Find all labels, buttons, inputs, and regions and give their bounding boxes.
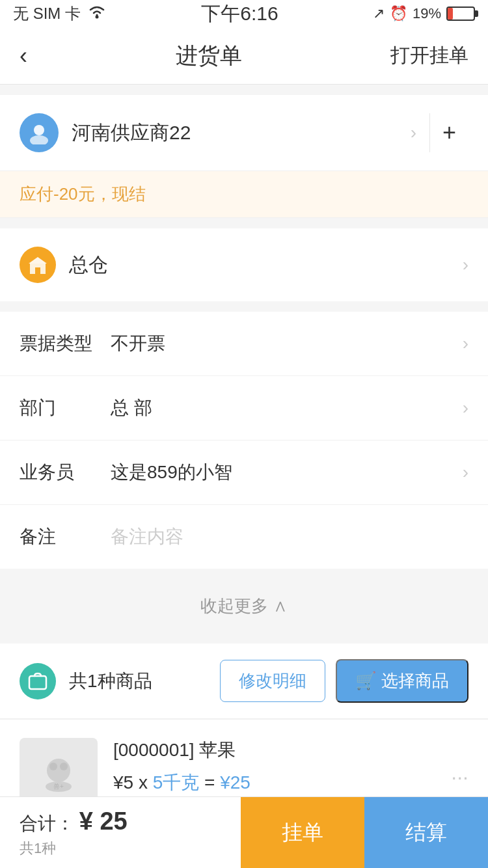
product-equals: = — [204, 772, 220, 793]
total-count: 共1种 — [20, 839, 221, 858]
open-pending-button[interactable]: 打开挂单 — [390, 42, 468, 69]
status-bar: 无 SIM 卡 下午6:16 ↗ ⏰ 19% — [0, 0, 488, 27]
product-code: [0000001] — [113, 740, 195, 760]
total-row: 合计： ¥ 25 — [20, 807, 221, 836]
dept-chevron-icon: › — [463, 398, 468, 418]
carrier-label: 无 SIM 卡 — [13, 3, 81, 24]
warehouse-section: 总仓 › — [0, 228, 488, 301]
product-title: 苹果 — [199, 740, 236, 760]
product-name: [0000001] 苹果 — [113, 738, 451, 763]
edit-details-button[interactable]: 修改明细 — [220, 660, 325, 702]
supplier-avatar — [20, 113, 59, 152]
supplier-chevron-icon: › — [411, 122, 416, 143]
checkout-button[interactable]: 结算 — [364, 797, 488, 869]
svg-text:兽+: 兽+ — [53, 783, 64, 790]
nav-bar: ‹ 进货单 打开挂单 — [0, 27, 488, 85]
product-multiplier: x — [139, 772, 153, 793]
warehouse-row[interactable]: 总仓 › — [0, 228, 488, 301]
total-amount: ¥ 25 — [79, 807, 128, 835]
svg-point-0 — [96, 16, 99, 19]
battery-percent: 19% — [413, 5, 441, 22]
product-price: ¥5 x 5千克 = ¥25 — [113, 770, 451, 795]
select-product-button[interactable]: 🛒 选择商品 — [336, 659, 468, 703]
sales-label: 业务员 — [20, 460, 111, 485]
collapse-bar[interactable]: 收起更多 ∧ — [0, 579, 488, 633]
svg-point-7 — [47, 759, 70, 782]
remark-row[interactable]: 备注 备注内容 — [0, 505, 488, 569]
product-unit-price: ¥5 — [113, 772, 133, 793]
hold-button[interactable]: 挂单 — [241, 797, 364, 869]
status-left: 无 SIM 卡 — [13, 3, 107, 24]
sales-value: 这是859的小智 — [111, 460, 463, 485]
sales-chevron-icon: › — [463, 462, 468, 483]
location-icon: ↗ — [373, 5, 385, 22]
invoice-value: 不开票 — [111, 331, 463, 356]
svg-point-8 — [49, 763, 57, 770]
warehouse-chevron-icon: › — [463, 254, 468, 275]
sales-row[interactable]: 业务员 这是859的小智 › — [0, 441, 488, 505]
status-right: ↗ ⏰ 19% — [373, 5, 475, 22]
svg-point-1 — [34, 125, 44, 135]
wifi-icon — [87, 5, 107, 23]
notice-bar: 应付-20元，现结 — [0, 171, 488, 218]
warehouse-icon — [20, 247, 56, 283]
invoice-label: 票据类型 — [20, 331, 111, 356]
remark-label: 备注 — [20, 524, 111, 549]
dept-value: 总 部 — [111, 396, 463, 420]
time-display: 下午6:16 — [201, 1, 278, 27]
add-supplier-button[interactable]: + — [429, 113, 468, 152]
products-count: 共1种商品 — [69, 669, 220, 694]
supplier-name: 河南供应商22 — [72, 120, 411, 146]
page-title: 进货单 — [176, 41, 242, 71]
dept-label: 部门 — [20, 396, 111, 420]
total-label: 合计： — [20, 813, 74, 834]
form-section: 票据类型 不开票 › 部门 总 部 › 业务员 这是859的小智 › 备注 备注… — [0, 312, 488, 569]
back-button[interactable]: ‹ — [20, 42, 27, 70]
product-qty: 5千克 — [153, 772, 200, 793]
svg-rect-5 — [35, 267, 40, 274]
select-product-label: 选择商品 — [381, 670, 449, 692]
supplier-row[interactable]: 河南供应商22 › + — [0, 95, 488, 171]
products-header: 共1种商品 修改明细 🛒 选择商品 — [0, 644, 488, 719]
battery-icon — [446, 7, 475, 21]
dept-row[interactable]: 部门 总 部 › — [0, 376, 488, 441]
svg-marker-3 — [29, 257, 47, 264]
invoice-row[interactable]: 票据类型 不开票 › — [0, 312, 488, 376]
alarm-icon: ⏰ — [390, 5, 407, 22]
invoice-chevron-icon: › — [463, 333, 468, 354]
product-total: ¥25 — [220, 772, 251, 793]
products-icon — [20, 663, 56, 699]
svg-rect-6 — [29, 676, 46, 689]
bottom-bar: 合计： ¥ 25 共1种 挂单 结算 — [0, 796, 488, 868]
svg-point-2 — [30, 135, 48, 144]
total-section: 合计： ¥ 25 共1种 — [0, 807, 241, 858]
cart-icon: 🛒 — [355, 671, 376, 691]
product-more-button[interactable]: ··· — [451, 765, 468, 789]
svg-point-9 — [60, 763, 68, 770]
supplier-section: 河南供应商22 › + 应付-20元，现结 — [0, 95, 488, 218]
remark-input[interactable]: 备注内容 — [111, 524, 468, 549]
divider-top — [0, 85, 488, 95]
divider-products — [0, 633, 488, 644]
warehouse-name: 总仓 — [69, 252, 463, 278]
product-info: [0000001] 苹果 ¥5 x 5千克 = ¥25 — [113, 738, 451, 795]
